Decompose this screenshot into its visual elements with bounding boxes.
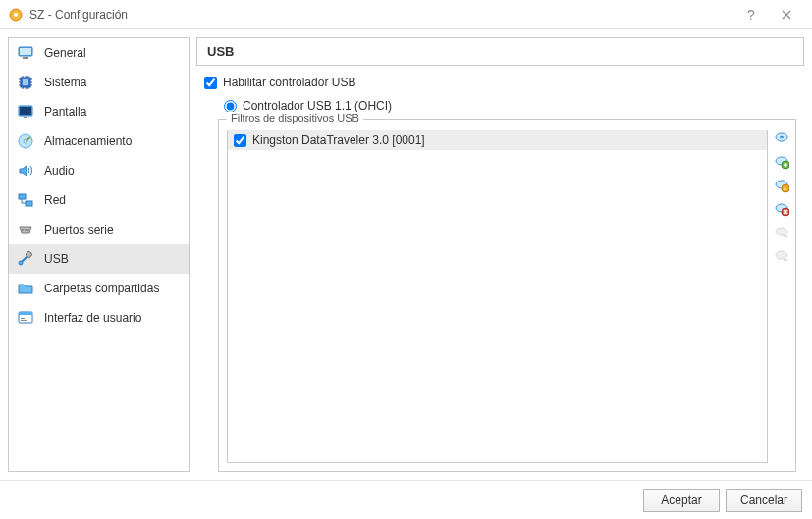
speaker-icon xyxy=(17,162,34,180)
section-title: USB xyxy=(207,44,793,59)
sidebar-label: USB xyxy=(44,252,69,266)
svg-point-18 xyxy=(19,261,23,265)
main-panel: USB Habilitar controlador USB Controlado… xyxy=(196,37,804,472)
move-filter-up-button[interactable] xyxy=(773,224,790,241)
filter-checkbox[interactable] xyxy=(234,134,246,147)
sidebar-label: General xyxy=(44,46,86,60)
svg-rect-13 xyxy=(26,201,32,206)
app-icon xyxy=(8,7,24,23)
svg-rect-6 xyxy=(23,79,28,85)
remove-filter-button[interactable] xyxy=(773,200,790,218)
usb-controller-label: Controlador USB 1.1 (OHCI) xyxy=(243,99,392,113)
sidebar-label: Almacenamiento xyxy=(44,134,132,148)
svg-point-31 xyxy=(776,228,787,235)
dialog-footer: Aceptar Cancelar xyxy=(0,480,812,519)
network-icon xyxy=(17,191,34,209)
display-icon xyxy=(17,103,34,121)
sidebar-item-ui[interactable]: Interfaz de usuario xyxy=(9,303,189,333)
svg-point-1 xyxy=(14,13,18,17)
sidebar-label: Carpetas compartidas xyxy=(44,282,159,295)
sidebar-label: Puertos serie xyxy=(44,223,114,236)
sidebar-item-system[interactable]: Sistema xyxy=(9,68,189,97)
svg-point-14 xyxy=(22,229,24,231)
section-header: USB xyxy=(196,37,804,66)
svg-rect-12 xyxy=(19,194,26,199)
sidebar-item-serial[interactable]: Puertos serie xyxy=(9,215,189,244)
svg-point-24 xyxy=(780,136,784,139)
usb-filter-row[interactable]: Kingston DataTraveler 3.0 [0001] xyxy=(228,130,767,150)
usb-filters-fieldset: Filtros de dispositivos USB Kingston Dat… xyxy=(218,119,796,472)
edit-filter-button[interactable] xyxy=(773,177,790,194)
sidebar-label: Pantalla xyxy=(44,105,86,119)
disk-icon xyxy=(17,132,34,150)
enable-usb-label: Habilitar controlador USB xyxy=(223,76,355,89)
sidebar-item-storage[interactable]: Almacenamiento xyxy=(9,127,189,156)
svg-point-32 xyxy=(776,251,787,259)
help-button[interactable]: ? xyxy=(733,1,769,28)
svg-point-16 xyxy=(27,229,29,231)
add-device-filter-button[interactable] xyxy=(773,153,790,171)
enable-usb-checkbox[interactable] xyxy=(204,77,217,89)
sidebar-label: Sistema xyxy=(44,76,86,89)
sidebar-label: Audio xyxy=(44,164,75,178)
title-bar: SZ - Configuración ? xyxy=(0,0,812,29)
usb-controller-radio[interactable] xyxy=(224,100,237,113)
add-empty-filter-button[interactable] xyxy=(773,130,790,147)
move-filter-down-button[interactable] xyxy=(773,247,790,265)
sidebar-item-audio[interactable]: Audio xyxy=(9,156,189,185)
sidebar-item-general[interactable]: General xyxy=(9,38,189,68)
close-button[interactable] xyxy=(769,1,804,28)
cancel-button[interactable]: Cancelar xyxy=(726,489,802,512)
filter-label: Kingston DataTraveler 3.0 [0001] xyxy=(252,133,425,147)
sidebar-item-network[interactable]: Red xyxy=(9,185,189,215)
sidebar-item-display[interactable]: Pantalla xyxy=(9,97,189,127)
ui-icon xyxy=(17,309,34,327)
serial-icon xyxy=(17,221,34,238)
sidebar-label: Red xyxy=(44,193,66,207)
filter-actions xyxy=(768,120,795,471)
svg-rect-22 xyxy=(21,320,27,321)
usb-icon xyxy=(17,250,34,268)
svg-point-15 xyxy=(25,229,27,231)
monitor-icon xyxy=(17,44,34,62)
sidebar-item-shared-folders[interactable]: Carpetas compartidas xyxy=(9,274,189,303)
window-title: SZ - Configuración xyxy=(29,8,733,22)
chip-icon xyxy=(17,74,34,91)
svg-rect-20 xyxy=(19,312,32,315)
sidebar-label: Interfaz de usuario xyxy=(44,311,141,325)
svg-rect-8 xyxy=(20,107,31,115)
svg-rect-3 xyxy=(20,48,31,55)
ok-button[interactable]: Aceptar xyxy=(643,489,720,512)
fieldset-legend: Filtros de dispositivos USB xyxy=(227,112,363,124)
usb-filter-list[interactable]: Kingston DataTraveler 3.0 [0001] xyxy=(227,130,768,463)
sidebar-item-usb[interactable]: USB xyxy=(9,244,189,274)
folder-icon xyxy=(17,280,34,297)
svg-rect-9 xyxy=(24,117,27,118)
settings-sidebar: General Sistema Pantalla Almacenamiento … xyxy=(8,37,190,472)
svg-rect-21 xyxy=(21,318,25,319)
svg-rect-4 xyxy=(23,57,28,59)
